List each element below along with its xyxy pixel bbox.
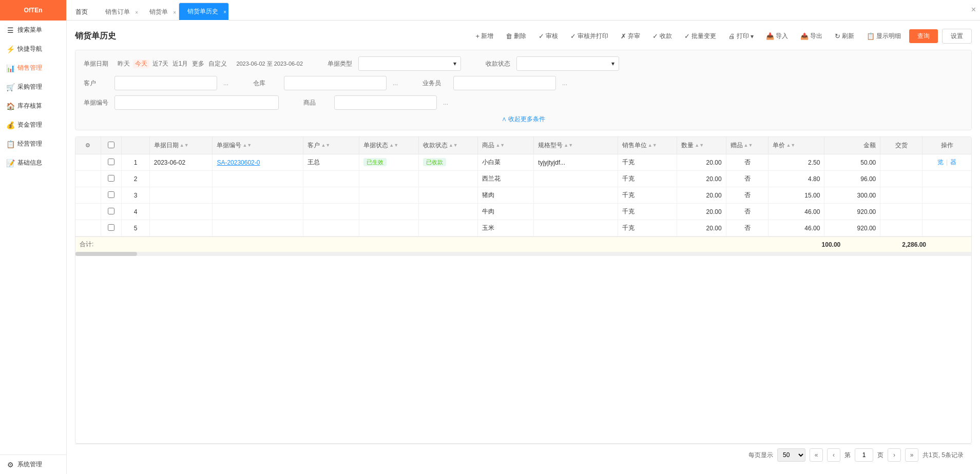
sidebar-item-finance[interactable]: 💰 资金管理 (0, 115, 66, 134)
th-customer[interactable]: 客户▲▼ (303, 137, 359, 154)
abandon-button[interactable]: ✗ 弃审 (617, 30, 644, 43)
row-goods-3: 牛肉 (478, 204, 534, 220)
sort-date-icon: ▲▼ (180, 143, 189, 148)
tab-sales-history[interactable]: 销货单历史 × (179, 3, 229, 21)
th-price[interactable]: 单价▲▼ (768, 137, 824, 154)
shortcut-custom[interactable]: 自定义 (207, 60, 228, 68)
shortcut-1month[interactable]: 近1月 (171, 60, 189, 68)
select-all-checkbox[interactable] (108, 142, 114, 148)
th-unit[interactable]: 销售单位▲▼ (618, 137, 677, 154)
doc-no-input[interactable] (114, 95, 279, 110)
row-select-3[interactable] (108, 208, 114, 214)
horizontal-scrollbar[interactable] (75, 252, 971, 256)
th-order-status[interactable]: 单据状态▲▼ (359, 137, 419, 154)
sidebar-item-inventory[interactable]: 🏠 库存核算 (0, 96, 66, 115)
salesman-dots[interactable]: ... (562, 80, 567, 87)
row-checkbox-1[interactable] (101, 171, 122, 187)
warehouse-dots[interactable]: ... (393, 80, 398, 87)
row-select-0[interactable] (108, 159, 114, 165)
th-no[interactable]: 单据编号▲▼ (213, 137, 303, 154)
tab-sales-goods[interactable]: 销货单 × (141, 3, 179, 21)
row-op-4 (923, 220, 972, 236)
export-icon: 📤 (800, 32, 809, 40)
tab-home[interactable]: 首页 (67, 3, 97, 21)
pay-status-select[interactable]: ▾ (516, 56, 619, 71)
row-select-4[interactable] (108, 224, 114, 231)
th-trade: 交货 (880, 137, 923, 154)
finance-icon: 💰 (6, 121, 14, 129)
page-number-input[interactable] (855, 448, 873, 462)
tab-close-sales-order[interactable]: × (135, 9, 138, 15)
customer-input[interactable] (114, 76, 217, 90)
sidebar-item-ops[interactable]: 📋 经营管理 (0, 134, 66, 153)
customer-dots[interactable]: ... (223, 80, 228, 87)
op-view-btn-0[interactable]: 览 (937, 159, 944, 166)
batch-change-button[interactable]: ✓ 批量变更 (680, 30, 720, 43)
sidebar-item-sys[interactable]: ⚙ 系统管理 (0, 455, 66, 474)
tab-sales-order[interactable]: 销售订单 × (97, 3, 141, 21)
add-button[interactable]: + 新增 (471, 30, 497, 43)
shortcut-7days[interactable]: 近7天 (151, 60, 169, 68)
row-select-1[interactable] (108, 175, 114, 182)
goods-label: 商品 (303, 98, 330, 107)
sidebar-item-sales[interactable]: 📊 销售管理 (0, 58, 66, 77)
th-spec[interactable]: 规格型号▲▼ (534, 137, 618, 154)
row-settings-2 (75, 187, 101, 204)
goods-input[interactable] (334, 95, 437, 110)
row-select-2[interactable] (108, 191, 114, 198)
refresh-icon: ↻ (835, 32, 840, 40)
row-checkbox-3[interactable] (101, 204, 122, 220)
last-page-button[interactable]: » (905, 448, 918, 462)
page-size-select[interactable]: 50 100 200 (777, 448, 805, 462)
next-page-button[interactable]: › (888, 448, 901, 462)
goods-dots[interactable]: ... (443, 99, 448, 106)
th-date[interactable]: 单据日期▲▼ (149, 137, 213, 154)
warehouse-input[interactable] (284, 76, 387, 90)
th-goods[interactable]: 商品▲▼ (478, 137, 534, 154)
data-table: ⚙ 单据日期▲▼ 单据编号▲▼ 客户▲▼ 单据状态▲▼ (75, 137, 971, 236)
tab-close-sales-goods[interactable]: × (173, 9, 176, 15)
row-checkbox-2[interactable] (101, 187, 122, 204)
th-checkbox (101, 137, 122, 154)
doc-type-select[interactable]: ▾ (358, 56, 461, 71)
shortcut-more[interactable]: 更多 (191, 60, 205, 68)
scrollbar-thumb[interactable] (75, 252, 137, 256)
th-qty[interactable]: 数量▲▼ (677, 137, 726, 154)
first-page-button[interactable]: « (810, 448, 823, 462)
query-button[interactable]: 查询 (909, 29, 938, 43)
delete-button[interactable]: 🗑 删除 (502, 30, 530, 43)
collect-button[interactable]: ✓ 收款 (648, 30, 676, 43)
collapse-button[interactable]: ∧ 收起更多条件 (84, 115, 963, 124)
row-date-2 (149, 187, 213, 204)
row-no-0[interactable]: SA-20230602-0 (213, 154, 303, 171)
th-settings[interactable]: ⚙ (75, 137, 101, 154)
row-no-link-0[interactable]: SA-20230602-0 (217, 159, 260, 166)
show-detail-icon: 📋 (867, 32, 875, 40)
op-more-btn-0[interactable]: 器 (950, 159, 956, 166)
salesman-input[interactable] (453, 76, 556, 90)
filter-doc-no: 单据编号 (84, 95, 279, 110)
refresh-button[interactable]: ↻ 刷新 (831, 30, 858, 43)
th-pay-status[interactable]: 收款状态▲▼ (418, 137, 478, 154)
audit-print-button[interactable]: ✓ 审核并打印 (566, 30, 612, 43)
tabs-close-all[interactable]: × (971, 0, 980, 20)
row-checkbox-4[interactable] (101, 220, 122, 236)
tab-close-history[interactable]: × (223, 9, 226, 14)
th-gift[interactable]: 赠品▲▼ (726, 137, 768, 154)
audit-button[interactable]: ✓ 审核 (534, 30, 562, 43)
row-order-status-3 (359, 204, 419, 220)
import-button[interactable]: 📥 导入 (762, 30, 792, 43)
sidebar-item-quicknav[interactable]: ⚡ 快捷导航 (0, 40, 66, 58)
setting-button[interactable]: 设置 (942, 29, 972, 44)
show-detail-button[interactable]: 📋 显示明细 (862, 30, 905, 43)
row-checkbox-0[interactable] (101, 154, 122, 171)
sidebar-item-search[interactable]: ☰ 搜索菜单 (0, 21, 66, 40)
sidebar-item-basic[interactable]: 📝 基础信息 (0, 153, 66, 172)
shortcut-today[interactable]: 今天 (133, 60, 149, 68)
prev-page-button[interactable]: ‹ (827, 448, 840, 462)
export-button[interactable]: 📤 导出 (796, 30, 827, 43)
sort-no-icon: ▲▼ (242, 143, 252, 148)
sidebar-item-purchase[interactable]: 🛒 采购管理 (0, 77, 66, 96)
shortcut-yesterday[interactable]: 昨天 (117, 60, 131, 68)
print-button[interactable]: 🖨 打印 ▾ (724, 30, 758, 43)
